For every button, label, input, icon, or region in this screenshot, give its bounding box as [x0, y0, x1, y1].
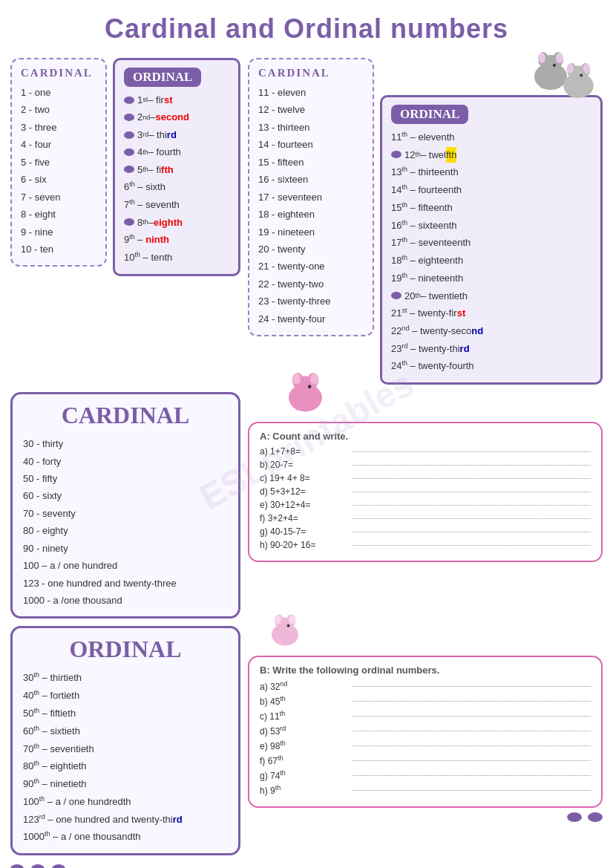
- exercise-a-box: A: Count and write. a) 1+7+8= b) 20-7= c…: [248, 422, 603, 562]
- bullet-dot: [124, 218, 134, 226]
- list-item: 20th – twentieth: [391, 287, 591, 304]
- list-item: 40 - forty: [23, 453, 228, 470]
- cardinal-box-11-24: CARDINAL 11 - eleven 12 - twelve 13 - th…: [248, 58, 374, 336]
- bullet-dot: [124, 149, 134, 156]
- list-item: 15 - fifteen: [258, 154, 364, 171]
- exercise-b-item-2: b) 45th: [260, 695, 591, 707]
- svg-point-20: [308, 385, 312, 388]
- exercise-b-item-6: f) 67th: [260, 754, 591, 766]
- bullet-dot: [124, 97, 134, 104]
- list-item: 11th – eleventh: [391, 128, 591, 146]
- list-item: 3rd – third: [124, 126, 229, 143]
- bullet-dot: [124, 131, 134, 139]
- list-item: 8th – eighth: [124, 214, 229, 231]
- list-item: 21 - twenty-one: [258, 258, 364, 275]
- list-item: 21st – twenty-first: [391, 304, 591, 322]
- top-right-section: CARDINAL 11 - eleven 12 - twelve 13 - th…: [248, 58, 603, 385]
- ordinal-big-box: ORDINAL 30th – thirtieth 40th – fortieth…: [10, 626, 240, 855]
- elephant-icon-2: [551, 62, 606, 106]
- exercise-label: e) 98th: [260, 740, 349, 751]
- exercise-a-item-8: h) 90-20+ 16=: [260, 540, 591, 550]
- list-item: 23rd – twenty-third: [391, 340, 591, 358]
- answer-line: [353, 532, 591, 532]
- list-item: 8 - eight: [21, 206, 96, 223]
- list-item: 4th – fourth: [124, 143, 229, 160]
- answer-line: [353, 760, 591, 761]
- svg-point-12: [567, 64, 574, 74]
- exercise-label: f) 67th: [260, 754, 349, 766]
- answer-line: [353, 701, 591, 702]
- bullet-dot: [391, 292, 401, 299]
- exercise-label: c) 19+ 4+ 8=: [260, 473, 349, 483]
- exercise-a-item-3: c) 19+ 4+ 8=: [260, 473, 591, 483]
- svg-point-28: [287, 624, 290, 627]
- list-item: 18th – eighteenth: [391, 252, 591, 270]
- ordinal-header-2: ORDINAL: [391, 105, 468, 124]
- oval-decoration: [10, 864, 24, 868]
- list-item: 40th – fortieth: [23, 687, 228, 705]
- svg-point-11: [583, 64, 590, 74]
- exercise-b-box: B: Write the following ordinal numbers. …: [248, 656, 603, 808]
- oval-decoration: [31, 864, 45, 868]
- exercise-b-item-7: g) 74th: [260, 769, 591, 781]
- main-grid: CARDINAL 1 - one 2 - two 3 - three 4 - f…: [0, 52, 613, 861]
- exercise-a-item-1: a) 1+7+8=: [260, 446, 591, 457]
- svg-point-13: [580, 74, 583, 77]
- list-item: 9th – ninth: [124, 231, 229, 249]
- answer-line: [353, 451, 591, 452]
- exercise-label: h) 9th: [260, 784, 349, 796]
- list-item: 90th – ninetieth: [23, 775, 228, 793]
- answer-line: [353, 478, 591, 479]
- list-item: 1000 - a /one thousand: [23, 592, 228, 609]
- list-item: 19th – nineteenth: [391, 270, 591, 287]
- list-item: 7th – seventh: [124, 196, 229, 214]
- list-item: 17th – seventeenth: [391, 234, 591, 252]
- answer-line: [353, 518, 591, 519]
- list-item: 5th – fifth: [124, 161, 229, 178]
- list-item: 12 - twelve: [258, 101, 364, 118]
- exercise-label: e) 30+12+4=: [260, 500, 349, 510]
- list-item: 60th – sixtieth: [23, 722, 228, 740]
- svg-point-18: [310, 373, 318, 385]
- svg-point-19: [292, 373, 301, 385]
- exercise-b-item-8: h) 9th: [260, 784, 591, 796]
- list-item: 19 - nineteen: [258, 223, 364, 241]
- list-item: 100 – a / one hundred: [23, 557, 228, 574]
- answer-line: [353, 716, 591, 717]
- exercise-b-item-3: c) 11th: [260, 710, 591, 722]
- oval-decoration: [52, 864, 65, 868]
- bottom-right-section: B: Write the following ordinal numbers. …: [248, 626, 603, 855]
- list-item: 1 - one: [21, 84, 96, 101]
- answer-line: [353, 545, 591, 546]
- page-title: Cardinal and Ordinal numbers: [0, 0, 613, 52]
- cardinal-big-header: CARDINAL: [23, 402, 228, 429]
- bottom-ovals-row: [0, 861, 613, 868]
- exercise-label: f) 3+2+4=: [260, 513, 349, 523]
- cardinal-list-30-1000: 30 - thirty 40 - forty 50 - fifty 60 - s…: [23, 435, 228, 609]
- list-item: 123 - one hundred and twenty-three: [23, 575, 228, 592]
- bullet-dot: [124, 114, 134, 121]
- exercise-b-title: B: Write the following ordinal numbers.: [260, 665, 591, 676]
- bottom-left-section: ORDINAL 30th – thirtieth 40th – fortieth…: [10, 626, 240, 855]
- list-item: 17 - seventeen: [258, 189, 364, 206]
- list-item: 2 - two: [21, 101, 96, 118]
- answer-line: [353, 505, 591, 506]
- cardinal-box-1-10: CARDINAL 1 - one 2 - two 3 - three 4 - f…: [10, 58, 107, 267]
- list-item: 90 - ninety: [23, 540, 228, 557]
- list-item: 15th – fifteenth: [391, 199, 591, 217]
- exercise-a-item-4: d) 5+3+12=: [260, 486, 591, 497]
- list-item: 24th – twenty-fourth: [391, 357, 591, 375]
- exercise-label: a) 32nd: [260, 680, 349, 692]
- middle-right-section: A: Count and write. a) 1+7+8= b) 20-7= c…: [248, 392, 603, 619]
- exercise-a-title: A: Count and write.: [260, 431, 591, 442]
- list-item: 100th – a / one hundredth: [23, 793, 228, 811]
- list-item: 9 - nine: [21, 223, 96, 241]
- list-item: 22nd – twenty-second: [391, 322, 591, 340]
- elephant-pink-icon: [278, 370, 333, 418]
- list-item: 70th – seventieth: [23, 740, 228, 758]
- ordinal-header-1: ORDINAL: [124, 68, 201, 87]
- list-item: 123rd – one hundred and twenty-third: [23, 811, 228, 829]
- list-item: 1st – first: [124, 91, 229, 108]
- cardinal-big-box: CARDINAL 30 - thirty 40 - forty 50 - fif…: [10, 392, 240, 619]
- cardinal-header-2: CARDINAL: [258, 67, 364, 79]
